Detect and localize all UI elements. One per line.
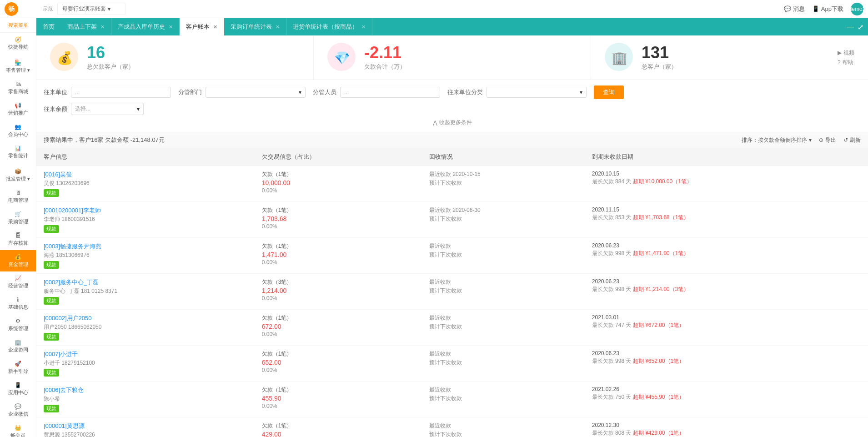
tab-product-shelf-close[interactable]: ✕ — [100, 24, 105, 30]
tab-customer-account[interactable]: 客户账本 ✕ — [180, 18, 224, 35]
filter-from-unit-input[interactable]: ... — [71, 87, 171, 98]
sidebar-item-system[interactable]: ⚙ 系统管理 — [0, 314, 36, 336]
message-btn[interactable]: 💬 消息 — [784, 5, 805, 13]
debt-amount-5[interactable]: 652.00 — [262, 359, 415, 366]
sidebar-item-finance[interactable]: 💰 资金管理 — [0, 250, 36, 271]
filter-dept-select[interactable]: ▾ — [206, 87, 306, 98]
debt-amount-2[interactable]: 1,471.00 — [262, 251, 415, 258]
overdue-days-3: 最长欠款 998 天 超期 ¥1,214.00（3笔） — [592, 286, 861, 293]
help-btn[interactable]: ? 帮助 — [838, 59, 854, 66]
tab-customer-account-close[interactable]: ✕ — [213, 24, 217, 30]
overdue-date-0: 2020.10.15 — [592, 171, 861, 177]
cell-return-7: 最近收款 预计下次收款 — [422, 417, 585, 437]
debt-amount-7[interactable]: 429.00 — [262, 431, 415, 437]
debt-amount-6[interactable]: 455.90 — [262, 395, 415, 402]
filter-unit-class-select[interactable]: ▾ — [487, 87, 587, 98]
tab-product-inbound[interactable]: 产成品入库单历史 ✕ — [111, 18, 180, 35]
app-download-btn[interactable]: 📱 App下载 — [812, 5, 843, 13]
return-next-0: 预计下次收款 — [429, 179, 577, 187]
debt-amount-3[interactable]: 1,214.00 — [262, 287, 415, 294]
export-icon: ⊙ — [819, 137, 823, 143]
debt-amount-4[interactable]: 672.00 — [262, 323, 415, 330]
refresh-btn[interactable]: ↺ 刷新 — [843, 136, 861, 144]
filter-from-unit-placeholder: ... — [75, 89, 80, 95]
overdue-amount-4[interactable]: 超期 ¥672.00（1笔） — [633, 322, 684, 328]
sidebar-item-retail-mgmt[interactable]: 🏪 零售管理 ▾ — [0, 56, 36, 77]
store-selector[interactable]: 母婴行业演示账套 ▾ — [57, 3, 125, 15]
customer-name-6[interactable]: [0006]去下粮仓 — [44, 386, 247, 394]
tab-minimize-icon[interactable]: — — [847, 23, 854, 31]
customer-name-3[interactable]: [0002]服务中心_丁磊 — [44, 278, 247, 286]
tab-purchase-order-close[interactable]: ✕ — [276, 24, 280, 30]
sidebar-item-marketing[interactable]: 📢 营销推广 — [0, 99, 36, 120]
sidebar-item-basic-info[interactable]: ℹ 基础信息 — [0, 293, 36, 314]
debt-count-0: 欠款（1笔） — [262, 171, 415, 178]
sidebar-item-inventory[interactable]: 🗄 库存核算 — [0, 229, 36, 250]
sidebar-item-purchase[interactable]: 🛒 采购管理 — [0, 207, 36, 229]
sidebar-search[interactable]: 搜索菜单 — [0, 18, 36, 33]
customer-name-1[interactable]: [00010200001]李老师 — [44, 206, 247, 215]
overdue-amount-5[interactable]: 超期 ¥652.00（1笔） — [633, 358, 684, 364]
sidebar-item-member[interactable]: 👥 会员中心 — [0, 120, 36, 141]
filter-balance-select[interactable]: 选择... ▾ — [71, 103, 144, 115]
overdue-amount-1[interactable]: 超期 ¥1,703.68（1笔） — [633, 214, 689, 221]
sidebar-item-guide[interactable]: 🚀 新手引导 — [0, 357, 36, 378]
customer-phone-1: 李老师 18600391516 — [44, 216, 247, 223]
filter-person-input[interactable]: ... — [340, 87, 440, 98]
tab-purchase-order[interactable]: 采购订单统计表 ✕ — [224, 18, 286, 35]
search-button[interactable]: 查询 — [594, 85, 624, 99]
operation-icon: 📈 — [15, 275, 21, 281]
collapse-icon: ⋀ — [433, 120, 437, 126]
sidebar-item-retail-store[interactable]: 🛍 零售商城 — [0, 77, 36, 99]
debt-count-5: 欠款（1笔） — [262, 350, 415, 358]
main-layout: 搜索菜单 🧭 快捷导航 🏪 零售管理 ▾ 🛍 零售商城 📢 营销推广 👥 会员中… — [0, 18, 868, 437]
sidebar-item-ecommerce[interactable]: 🖥 电商管理 — [0, 186, 36, 207]
overdue-amount-6[interactable]: 超期 ¥455.90（1笔） — [633, 394, 684, 400]
customer-name-4[interactable]: [000002]用户2050 — [44, 314, 247, 322]
sidebar-item-vip[interactable]: 👑 畅会员 — [0, 421, 36, 437]
debt-amount-0[interactable]: 10,000.00 — [262, 179, 415, 186]
collapse-btn[interactable]: ⋀ 收起更多条件 — [44, 119, 861, 126]
debt-amount-1[interactable]: 1,703.68 — [262, 215, 415, 222]
cell-return-4: 最近收款 预计下次收款 — [422, 310, 585, 346]
sidebar-item-operation[interactable]: 📈 经营管理 — [0, 271, 36, 293]
sidebar-item-nav[interactable]: 🧭 快捷导航 — [0, 33, 36, 54]
tab-inbound-stat-close[interactable]: ✕ — [361, 24, 366, 30]
tab-home[interactable]: 首页 — [36, 18, 61, 35]
help-icon: ? — [838, 59, 841, 65]
return-date-7: 最近收款 — [429, 422, 577, 430]
return-next-5: 预计下次收款 — [429, 359, 577, 367]
debt-count-3: 欠款（3笔） — [262, 278, 415, 286]
overdue-amount-2[interactable]: 超期 ¥1,471.00（1笔） — [633, 250, 689, 256]
tab-maximize-icon[interactable]: ⤢ — [858, 23, 863, 31]
sidebar-item-batch-mgmt[interactable]: 📦 批发管理 ▾ — [0, 165, 36, 186]
overdue-amount-0[interactable]: 超期 ¥10,000.00（1笔） — [633, 178, 692, 185]
sidebar-item-retail-stat[interactable]: 📊 零售统计 — [0, 141, 36, 163]
debt-count-1: 欠款（1笔） — [262, 206, 415, 214]
overdue-amount-7[interactable]: 超期 ¥429.00（1笔） — [633, 430, 684, 436]
stat-value-debt-amount: -2.11 — [364, 45, 406, 61]
video-btn[interactable]: ▶ 视频 — [838, 49, 854, 57]
tab-inbound-stat[interactable]: 进货单统计表（按商品） ✕ — [286, 18, 372, 35]
sidebar-item-app-center[interactable]: 📱 应用中心 — [0, 378, 36, 400]
cell-debt-2: 欠款（1笔） 1,471.00 0.00% — [255, 238, 422, 274]
export-btn[interactable]: ⊙ 导出 — [819, 136, 836, 144]
debt-count-2: 欠款（1笔） — [262, 242, 415, 250]
user-avatar[interactable]: demo2 — [851, 3, 863, 15]
customer-name-0[interactable]: [0016]吴俊 — [44, 171, 247, 179]
customer-name-5[interactable]: [0007]小进千 — [44, 350, 247, 358]
return-next-3: 预计下次收款 — [429, 287, 577, 295]
debt-percent-1: 0.00% — [262, 223, 415, 230]
sidebar-item-wechat[interactable]: 💬 企业微信 — [0, 400, 36, 421]
overdue-amount-3[interactable]: 超期 ¥1,214.00（3笔） — [633, 286, 689, 292]
tab-product-shelf[interactable]: 商品上下架 ✕ — [61, 18, 111, 35]
customer-name-2[interactable]: [0003]畅捷服务尹海燕 — [44, 242, 247, 251]
overdue-date-7: 2020.12.30 — [592, 422, 861, 428]
customer-name-7[interactable]: [000001]黄思源 — [44, 422, 247, 430]
sidebar-item-enterprise[interactable]: 🏢 企业协同 — [0, 336, 36, 357]
vip-icon: 👑 — [15, 425, 21, 431]
tab-product-inbound-close[interactable]: ✕ — [169, 24, 173, 30]
results-sort[interactable]: 排序：按欠款金额倒序排序 ▾ — [742, 136, 812, 144]
app-subtitle: 示范 — [43, 5, 53, 12]
tab-customer-account-label: 客户账本 — [186, 23, 210, 31]
